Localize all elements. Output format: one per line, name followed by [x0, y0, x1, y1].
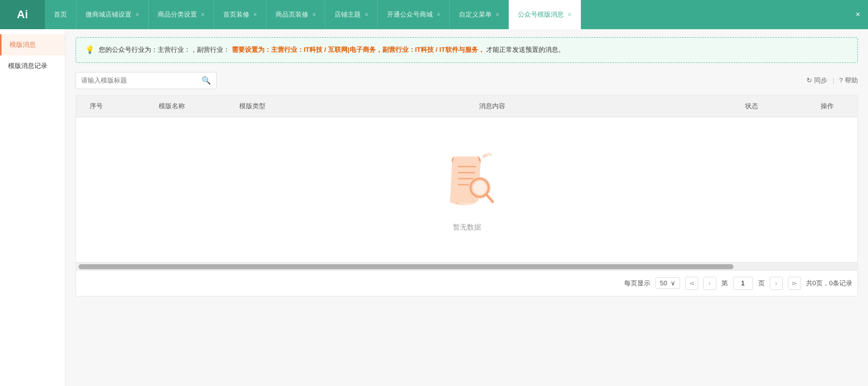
nav-tab-home[interactable]: 首页	[45, 0, 77, 29]
close-tab-open-wechat-shop-button[interactable]: ×	[437, 11, 440, 18]
nav-tab-product-page-decor[interactable]: 商品页装修×	[266, 0, 325, 29]
nav-tab-open-wechat-shop[interactable]: 开通公众号商城×	[378, 0, 450, 29]
table-header: 序号 模版名称 模版类型 消息内容 状态 操作	[76, 96, 857, 117]
scroll-thumb[interactable]	[79, 264, 733, 269]
empty-text: 暂无数据	[453, 223, 481, 232]
data-table: 序号 模版名称 模版类型 消息内容 状态 操作	[76, 95, 858, 296]
search-icon[interactable]: 🔍	[202, 76, 211, 85]
col-header-content: 消息内容	[278, 96, 706, 117]
divider: |	[832, 76, 834, 84]
close-tab-product-page-decor-button[interactable]: ×	[312, 11, 316, 18]
nav-tab-category-settings[interactable]: 商品分类设置×	[149, 0, 214, 29]
page-number-input[interactable]	[733, 277, 753, 290]
next-page-button[interactable]: ›	[770, 277, 783, 290]
sync-icon: ↻	[807, 76, 812, 84]
nav-tab-template-message[interactable]: 公众号模版消息×	[509, 0, 581, 29]
col-header-action: 操作	[797, 96, 857, 117]
search-bar: 🔍 ↻ 同步 | ? 帮助	[76, 72, 858, 89]
per-page-label: 每页显示	[624, 279, 650, 288]
nav-tab-custom-menu[interactable]: 自定义菜单×	[450, 0, 509, 29]
main-layout: 模版消息模版消息记录 💡 您的公众号行业为：主营行业：，副营行业： 需要设置为：…	[0, 29, 868, 386]
sidebar: 模版消息模版消息记录	[0, 29, 65, 386]
pagination: 每页显示 50 ∨ ⊲ ‹ 第 页 › ⊳ 共0页，0条记录	[76, 270, 857, 296]
horizontal-scrollbar[interactable]	[76, 262, 857, 270]
app-logo: Ai	[0, 0, 45, 29]
col-header-seq: 序号	[76, 96, 116, 117]
help-icon: ?	[839, 76, 843, 84]
svg-line-8	[486, 194, 493, 202]
close-tab-template-message-button[interactable]: ×	[568, 11, 571, 18]
nav-tab-shop-settings[interactable]: 微商城店铺设置×	[77, 0, 149, 29]
col-header-name: 模版名称	[116, 96, 227, 117]
close-tab-category-settings-button[interactable]: ×	[201, 11, 205, 18]
close-tab-shop-theme-button[interactable]: ×	[365, 11, 368, 18]
toolbar-right: ↻ 同步 | ? 帮助	[807, 76, 858, 85]
total-info: 共0页，0条记录	[806, 279, 852, 288]
per-page-select[interactable]: 50 ∨	[655, 277, 680, 289]
close-tab-custom-menu-button[interactable]: ×	[496, 11, 499, 18]
empty-illustration	[434, 147, 500, 213]
search-input-wrapper[interactable]: 🔍	[76, 72, 217, 89]
content-area: 💡 您的公众号行业为：主营行业：，副营行业： 需要设置为：主营行业：IT科技 /…	[65, 29, 868, 386]
page-label: 页	[758, 279, 765, 288]
last-page-button[interactable]: ⊳	[788, 277, 801, 290]
close-tab-homepage-decor-button[interactable]: ×	[253, 11, 257, 18]
col-header-status: 状态	[706, 96, 797, 117]
search-input[interactable]	[81, 76, 202, 84]
page-di-label: 第	[721, 279, 728, 288]
close-all-tabs-button[interactable]: ×	[848, 0, 868, 29]
per-page-value: 50	[660, 279, 667, 287]
top-navbar: Ai 首页微商城店铺设置×商品分类设置×首页装修×商品页装修×店铺主题×开通公众…	[0, 0, 868, 29]
sync-button[interactable]: ↻ 同步	[807, 76, 827, 85]
sidebar-item-template-message-record[interactable]: 模版消息记录	[0, 55, 65, 76]
col-header-type: 模版类型	[227, 96, 278, 117]
close-tab-shop-settings-button[interactable]: ×	[136, 11, 139, 18]
notice-bulb-icon: 💡	[85, 45, 95, 54]
nav-tab-homepage-decor[interactable]: 首页装修×	[214, 0, 266, 29]
empty-state: 暂无数据	[76, 117, 857, 262]
notice-text: 您的公众号行业为：主营行业：，副营行业： 需要设置为：主营行业：IT科技 / 互…	[99, 45, 565, 55]
svg-point-7	[473, 181, 486, 194]
nav-tab-shop-theme[interactable]: 店铺主题×	[325, 0, 378, 29]
prev-page-button[interactable]: ‹	[703, 277, 716, 290]
first-page-button[interactable]: ⊲	[685, 277, 698, 290]
nav-tabs-container: 首页微商城店铺设置×商品分类设置×首页装修×商品页装修×店铺主题×开通公众号商城…	[45, 0, 848, 29]
help-button[interactable]: ? 帮助	[839, 76, 858, 85]
sidebar-item-template-message[interactable]: 模版消息	[0, 34, 65, 55]
notice-banner: 💡 您的公众号行业为：主营行业：，副营行业： 需要设置为：主营行业：IT科技 /…	[76, 37, 858, 63]
chevron-down-icon: ∨	[671, 279, 676, 287]
